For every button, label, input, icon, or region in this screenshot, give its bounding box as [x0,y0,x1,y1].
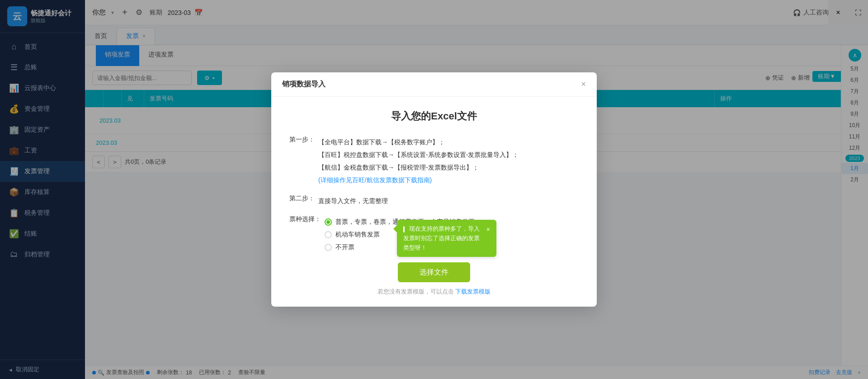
ticket-label: 票种选择： [289,215,321,223]
ticket-option-1-label: 机动车销售发票 [335,231,380,239]
step1-row: 第一步： 【全电平台】数据下载→【税务数字账户】； 【百旺】税控盘数据下载→【系… [289,136,579,186]
step1-item2: 【百旺】税控盘数据下载→【系统设置-系统参数设置-发票批量导入】； [318,148,519,161]
radio-circle-1 [325,231,332,238]
dialog-close-button[interactable]: × [581,80,586,89]
step1-content: 【全电平台】数据下载→【税务数字账户】； 【百旺】税控盘数据下载→【系统设置-系… [318,136,519,186]
step1-guide-link[interactable]: (详细操作见百旺/航信发票数据下载指南) [318,176,432,184]
tooltip-text: 现在支持的票种多了，导入发票时别忘了选择正确的发票类型呀！ [403,225,480,251]
tooltip-bar [403,226,405,232]
step2-label: 第二步： [289,194,315,203]
select-file-section: 选择文件 [289,262,579,282]
step2-text: 直接导入文件，无需整理 [318,194,388,207]
step1-label: 第一步： [289,136,315,144]
dialog-header: 销项数据导入 × [271,72,597,97]
step1-item1: 【全电平台】数据下载→【税务数字账户】； [318,136,519,148]
step2-section: 第二步： 直接导入文件，无需整理 [289,194,579,207]
import-dialog: 销项数据导入 × 导入您的Excel文件 第一步： 【全电平台】数据下载→【税务… [271,72,597,307]
modal-overlay: 销项数据导入 × 导入您的Excel文件 第一步： 【全电平台】数据下载→【税务… [0,0,868,379]
step1-section: 第一步： 【全电平台】数据下载→【税务数字账户】； 【百旺】税控盘数据下载→【系… [289,136,579,186]
step1-item3: 【航信】金税盘数据下载→【报税管理-发票数据导出】； [318,161,519,174]
step2-row: 第二步： 直接导入文件，无需整理 [289,194,579,207]
tooltip-close-button[interactable]: × [486,224,490,234]
tooltip-bubble: × 现在支持的票种多了，导入发票时别忘了选择正确的发票类型呀！ [397,220,496,257]
ticket-option-2-label: 不开票 [335,243,354,251]
footer-note-text: 若您没有发票模版，可以点击 [377,288,454,295]
step1-link-row: (详细操作见百旺/航信发票数据下载指南) [318,174,519,186]
dialog-main-title: 导入您的Excel文件 [289,109,579,123]
dialog-title: 销项数据导入 [282,80,326,89]
select-file-button[interactable]: 选择文件 [398,262,470,282]
radio-circle-0 [325,218,332,226]
radio-circle-2 [325,244,332,251]
dialog-footer-note: 若您没有发票模版，可以点击 下载发票模版 [289,288,579,296]
dialog-body: 导入您的Excel文件 第一步： 【全电平台】数据下载→【税务数字账户】； 【百… [271,97,597,307]
download-template-link[interactable]: 下载发票模版 [455,288,491,295]
ticket-select-section: 票种选择： 普票，专票，卷票，通行费发票，农产品销售发票 机动车销售发票 不开票 [289,215,579,251]
